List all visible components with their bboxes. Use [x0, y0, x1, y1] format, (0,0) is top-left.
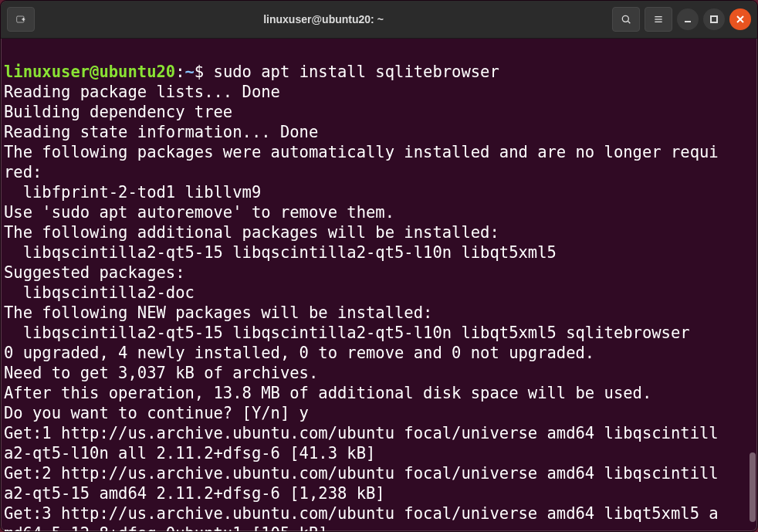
scrollbar[interactable] [750, 41, 756, 525]
terminal-output-line: libqscintilla2-qt5-15 libqscintilla2-qt5… [4, 324, 690, 342]
prompt-path: ~ [185, 63, 195, 81]
minimize-button[interactable] [677, 8, 699, 30]
terminal-output-line: The following packages were automaticall… [4, 143, 719, 161]
search-button[interactable] [612, 7, 640, 32]
prompt-line: linuxuser@ubuntu20:~$ sudo apt install s… [4, 63, 499, 81]
terminal-output-line: a2-qt5-15 amd64 2.11.2+dfsg-6 [1,238 kB] [4, 484, 385, 503]
scrollbar-thumb[interactable] [750, 452, 756, 522]
prompt-user-host: linuxuser@ubuntu20 [4, 63, 175, 81]
terminal-output-line: The following NEW packages will be insta… [4, 303, 432, 322]
terminal-window: linuxuser@ubuntu20: ~ linuxuser@ubuntu20… [0, 0, 758, 532]
prompt-command: sudo apt install sqlitebrowser [214, 63, 499, 81]
terminal-output-line: Building dependency tree [4, 103, 232, 121]
terminal-output-line: libqscintilla2-doc [4, 283, 195, 302]
prompt-symbol: $ [195, 63, 214, 81]
terminal-output-line: The following additional packages will b… [4, 223, 499, 242]
menu-button[interactable] [645, 7, 672, 32]
svg-rect-9 [711, 16, 717, 22]
terminal-output-line: Get:3 http://us.archive.ubuntu.com/ubunt… [4, 504, 719, 523]
terminal-output-line: libfprint-2-tod1 libllvm9 [4, 183, 261, 202]
titlebar-right-controls [612, 7, 751, 32]
new-tab-button[interactable] [7, 7, 35, 32]
terminal-output-line: Get:1 http://us.archive.ubuntu.com/ubunt… [4, 424, 719, 442]
terminal-output-line: After this operation, 13.8 MB of additio… [4, 384, 651, 402]
terminal-output-line: Reading state information... Done [4, 123, 318, 141]
svg-point-3 [622, 15, 628, 22]
terminal-output-line: md64 5.12.8+dfsg-0ubuntu1 [105 kB] [4, 524, 328, 531]
prompt-colon: : [175, 63, 184, 81]
terminal-body[interactable]: linuxuser@ubuntu20:~$ sudo apt install s… [1, 39, 757, 531]
terminal-output-line: Get:2 http://us.archive.ubuntu.com/ubunt… [4, 464, 719, 483]
terminal-output-line: Do you want to continue? [Y/n] y [4, 404, 309, 422]
terminal-output-line: 0 upgraded, 4 newly installed, 0 to remo… [4, 344, 594, 362]
terminal-output-line: a2-qt5-l10n all 2.11.2+dfsg-6 [41.3 kB] [4, 444, 375, 463]
terminal-output-line: Use 'sudo apt autoremove' to remove them… [4, 203, 394, 222]
terminal-output-line: Reading package lists... Done [4, 83, 280, 101]
titlebar: linuxuser@ubuntu20: ~ [1, 1, 757, 39]
terminal-output-line: red: [4, 163, 42, 181]
terminal-output-line: libqscintilla2-qt5-15 libqscintilla2-qt5… [4, 243, 557, 262]
maximize-button[interactable] [703, 8, 725, 30]
window-title: linuxuser@ubuntu20: ~ [41, 13, 606, 25]
close-button[interactable] [729, 8, 751, 30]
terminal-output-line: Need to get 3,037 kB of archives. [4, 364, 318, 382]
terminal-output-line: Suggested packages: [4, 263, 185, 282]
svg-line-4 [628, 21, 630, 23]
